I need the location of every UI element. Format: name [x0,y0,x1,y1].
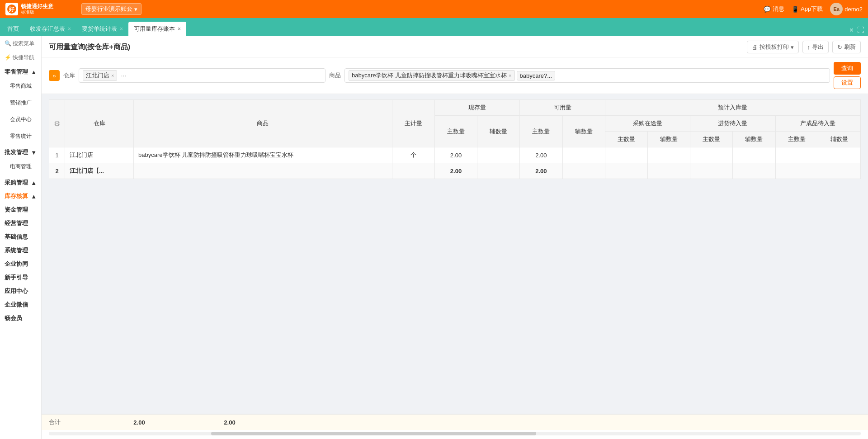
cell-current-aux-2 [477,163,520,179]
sidebar-group-purchase[interactable]: 采购管理 ▲ [0,175,41,189]
sidebar-item-retail-stats[interactable]: 零售统计 [2,129,39,144]
chevron-icon: ▲ [31,193,37,200]
export-btn[interactable]: ↑ 导出 [802,41,829,53]
sidebar-group-wechat[interactable]: 企业微信 [0,297,41,311]
tab-bar-actions: × ⛶ [849,26,868,36]
user-menu[interactable]: Ea demo2 [830,3,863,15]
tab-home[interactable]: 首页 [2,22,24,36]
quick-nav-btn[interactable]: ⚡ 快捷导航 [0,50,41,64]
close-all-tabs-icon[interactable]: × [849,26,854,34]
print-btn[interactable]: 🖨 按模板打印 ▾ [747,41,799,53]
chevron-down-icon: ▼ [31,149,37,156]
col-purchase-aux: 辅数量 [647,132,690,147]
product-filter[interactable]: babycare学饮杯 儿童防摔防撞吸管杯重力球吸嘴杯宝宝水杯 × babyca… [344,68,830,83]
cell-purchase-main-2 [605,163,647,179]
export-icon: ↑ [807,44,811,51]
sidebar-group-wholesale[interactable]: 批发管理 ▼ [0,145,41,158]
col-current-stock-header: 现存量 [434,100,519,116]
col-purchase-transit-header: 采购在途量 [605,116,690,132]
cell-available-aux [562,147,605,163]
sidebar-group-inventory[interactable]: 库存核算 ▲ [0,189,41,202]
col-product-header: 商品 [134,100,392,147]
col-settings-header[interactable]: ⚙ [49,100,65,147]
refresh-btn[interactable]: ↻ 刷新 [832,41,861,53]
sidebar-group-appcenter[interactable]: 应用中心 [0,283,41,297]
cell-current-main-2: 2.00 [434,163,477,179]
sidebar-group-newguide[interactable]: 新手引导 [0,270,41,283]
remove-product-tag-1[interactable]: × [509,73,511,78]
col-current-aux-header: 辅数量 [477,116,520,147]
query-btn[interactable]: 查询 [834,62,861,75]
sidebar-group-member[interactable]: 畅会员 [0,311,41,324]
fullscreen-icon[interactable]: ⛶ [857,26,864,34]
col-current-main-header: 主数量 [434,116,477,147]
col-finished-aux: 辅数量 [818,132,860,147]
table-footer: 合计 2.00 2.00 [42,414,868,430]
col-main-unit-header: 主计量 [392,100,434,147]
sidebar-item-ecommerce[interactable]: 电商管理 [2,159,39,174]
col-warehouse-header: 仓库 [65,100,134,147]
data-table: ⚙ 仓库 商品 主计量 现存量 可用量 预计入库量 主数量 辅数量 主数量 辅数… [49,99,861,179]
cell-purchase-aux [647,147,690,163]
col-finished-pending-header: 产成品待入量 [775,116,860,132]
sidebar-group-retail[interactable]: 零售管理 ▲ [0,64,41,78]
print-icon: 🖨 [752,44,758,51]
sidebar-item-members[interactable]: 会员中心 [2,112,39,127]
industry-selector[interactable]: 母婴行业演示账套 ▾ [81,3,142,15]
col-available-aux-header: 辅数量 [562,116,605,147]
table-scrollbar[interactable] [42,430,868,439]
tab-close-collect[interactable]: × [68,26,71,32]
table-row: 1 江北门店 babycare学饮杯 儿童防摔防撞吸管杯重力球吸嘴杯宝宝水杯 个… [49,147,861,163]
cell-available-main-2: 2.00 [520,163,562,179]
tab-close-available-stock[interactable]: × [178,26,181,32]
sidebar-item-marketing[interactable]: 营销推广 [2,95,39,110]
cell-current-aux [477,147,520,163]
footer-values: 2.00 2.00 [112,419,861,426]
tab-close-order-stats[interactable]: × [120,26,123,32]
warehouse-tag-jb[interactable]: 江北门店 × [83,70,117,81]
tab-available-stock[interactable]: 可用量库存账本 × [128,22,186,36]
filter-action-btns: 查询 设置 [834,62,861,89]
footer-current-main: 2.00 [112,419,166,426]
cell-finished-aux [818,147,860,163]
table-settings-icon[interactable]: ⚙ [54,120,60,127]
avatar: Ea [830,3,843,15]
footer-available-main: 2.00 [203,419,257,426]
message-btn[interactable]: 💬 消息 [764,5,784,13]
product-tag-2[interactable]: babycare?... [517,71,556,80]
cell-finished-main-2 [775,163,818,179]
tab-order-stats[interactable]: 要货单统计表 × [76,22,128,36]
chevron-right-icon: ▲ [31,179,37,186]
app-download-btn[interactable]: 📱 App下载 [792,5,823,13]
filter-toggle-btn[interactable]: » [49,70,60,81]
product-tag-1[interactable]: babycare学饮杯 儿童防摔防撞吸管杯重力球吸嘴杯宝宝水杯 × [349,70,515,81]
scroll-thumb[interactable] [211,432,536,435]
remove-warehouse-tag[interactable]: × [111,73,114,78]
main-layout: 🔍 搜索菜单 ⚡ 快捷导航 零售管理 ▲ 零售商城 营销推广 会员中心 零售统计… [0,36,868,439]
col-finished-main: 主数量 [775,132,818,147]
warehouse-more-btn[interactable]: ··· [119,72,128,79]
svg-text:好: 好 [8,6,15,13]
cell-incoming-main [690,147,733,163]
page-actions: 🖨 按模板打印 ▾ ↑ 导出 ↻ 刷新 [747,41,861,53]
sidebar-group-enterprise[interactable]: 企业协同 [0,256,41,270]
sidebar-group-finance[interactable]: 资金管理 [0,202,41,216]
col-incoming-main: 主数量 [690,132,733,147]
phone-icon: 📱 [792,6,799,13]
warehouse-filter[interactable]: 江北门店 × ··· [79,68,326,83]
cell-unit-2 [392,163,434,179]
sidebar-group-operation[interactable]: 经营管理 [0,216,41,229]
cell-no: 1 [49,147,65,163]
sidebar-group-system[interactable]: 系统管理 [0,243,41,256]
col-planned-in-header: 预计入库量 [605,100,860,116]
cell-current-main: 2.00 [434,147,477,163]
sidebar-group-basic[interactable]: 基础信息 [0,229,41,243]
col-incoming-aux: 辅数量 [733,132,775,147]
tab-collect[interactable]: 收发存汇总表 × [24,22,76,36]
search-menu-btn[interactable]: 🔍 搜索菜单 [0,36,41,50]
cell-finished-aux-2 [818,163,860,179]
dropdown-icon: ▾ [791,44,794,51]
sidebar-item-retail-mall[interactable]: 零售商城 [2,79,39,94]
settings-btn[interactable]: 设置 [834,76,861,89]
content-area: 可用量查询(按仓库+商品) 🖨 按模板打印 ▾ ↑ 导出 ↻ 刷新 [42,36,868,439]
